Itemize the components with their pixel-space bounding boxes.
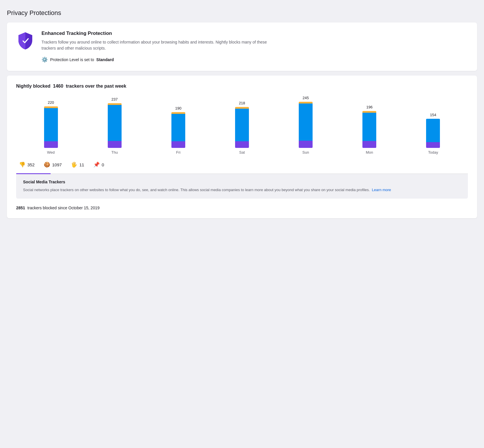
bar-day-label: Fri <box>176 150 180 155</box>
legend-social-value: 352 <box>27 162 35 167</box>
bar-blue <box>108 105 122 141</box>
bar-blue <box>171 114 185 141</box>
legend-fingerprinting[interactable]: 🖐️ 11 <box>71 161 84 168</box>
bar-value-label: 237 <box>111 97 118 101</box>
total-blocked: 2851 trackers blocked since October 15, … <box>16 206 468 210</box>
bar-group-today: 154Today <box>401 113 465 155</box>
info-box-title: Social Media Trackers <box>23 180 461 184</box>
legend-crosssite-value: 1097 <box>52 162 62 167</box>
legend-social[interactable]: 👎 352 <box>19 161 35 168</box>
bar-blue <box>44 108 58 141</box>
bar-day-label: Today <box>428 150 438 155</box>
bar-purple <box>44 141 58 148</box>
info-box-description: Social networks place trackers on other … <box>23 187 461 193</box>
bar-purple <box>171 141 185 148</box>
shield-icon <box>16 31 35 51</box>
total-blocked-text: trackers blocked since October 15, 2019 <box>27 206 100 210</box>
bar-value-label: 190 <box>175 106 181 110</box>
bar-purple <box>108 141 122 148</box>
bar-purple <box>299 141 313 148</box>
bar-value-label: 245 <box>302 96 309 100</box>
bar-chart: 220Wed237Thu190Fri218Sat245Sun196Mon154T… <box>16 97 468 155</box>
bar-group-fri: 190Fri <box>146 106 210 155</box>
tab-indicator <box>16 174 468 174</box>
bar-group-thu: 237Thu <box>83 97 146 155</box>
stats-count: 1460 <box>53 84 63 89</box>
tab-active-indicator <box>16 173 51 174</box>
etp-card: Enhanced Tracking Protection Trackers fo… <box>7 22 477 71</box>
protection-level-label: Protection Level is set to Standard <box>50 57 114 62</box>
fingerprint-icon: 🖐️ <box>71 161 77 168</box>
legend-fingerprinting-value: 11 <box>79 162 84 167</box>
cookie-icon: 🍪 <box>44 161 50 168</box>
bar-day-label: Thu <box>111 150 118 155</box>
bar-blue <box>299 103 313 141</box>
bar-day-label: Sat <box>239 150 245 155</box>
bar-value-label: 196 <box>366 105 373 109</box>
gear-icon: ⚙️ <box>41 57 48 63</box>
bar-value-label: 218 <box>239 101 245 105</box>
info-box: Social Media Trackers Social networks pl… <box>16 174 468 199</box>
bar-group-sat: 218Sat <box>210 101 274 155</box>
bar-blue <box>235 109 249 141</box>
protection-level-value: Standard <box>96 57 114 62</box>
stats-card: Nightly blocked 1460 trackers over the p… <box>7 76 477 218</box>
legend-cryptomining[interactable]: 📌 0 <box>93 161 104 168</box>
bar-group-wed: 220Wed <box>19 100 83 155</box>
bar-day-label: Wed <box>47 150 55 155</box>
bar-blue <box>362 113 376 141</box>
legend-crosssite[interactable]: 🍪 1097 <box>44 161 62 168</box>
bar-day-label: Sun <box>302 150 309 155</box>
bar-purple <box>235 141 249 148</box>
bar-day-label: Mon <box>366 150 373 155</box>
thumbs-down-icon: 👎 <box>19 161 25 168</box>
learn-more-link[interactable]: Learn more <box>372 188 391 192</box>
etp-description: Trackers follow you around online to col… <box>41 39 278 51</box>
protection-level-row: ⚙️ Protection Level is set to Standard <box>41 57 278 63</box>
bar-purple <box>362 141 376 148</box>
etp-title: Enhanced Tracking Protection <box>41 31 278 36</box>
bar-group-mon: 196Mon <box>338 105 401 155</box>
pin-icon: 📌 <box>93 161 100 168</box>
bar-blue <box>426 119 440 142</box>
legend-cryptomining-value: 0 <box>102 162 104 167</box>
bar-value-label: 154 <box>430 113 436 117</box>
legend-row: 👎 352 🍪 1097 🖐️ 11 📌 0 <box>16 161 468 168</box>
page-title: Privacy Protections <box>7 9 477 17</box>
bar-purple <box>426 142 440 148</box>
bar-value-label: 220 <box>48 100 54 105</box>
bar-group-sun: 245Sun <box>274 96 338 155</box>
stats-title: Nightly blocked 1460 trackers over the p… <box>16 84 468 89</box>
total-blocked-count: 2851 <box>16 206 25 210</box>
